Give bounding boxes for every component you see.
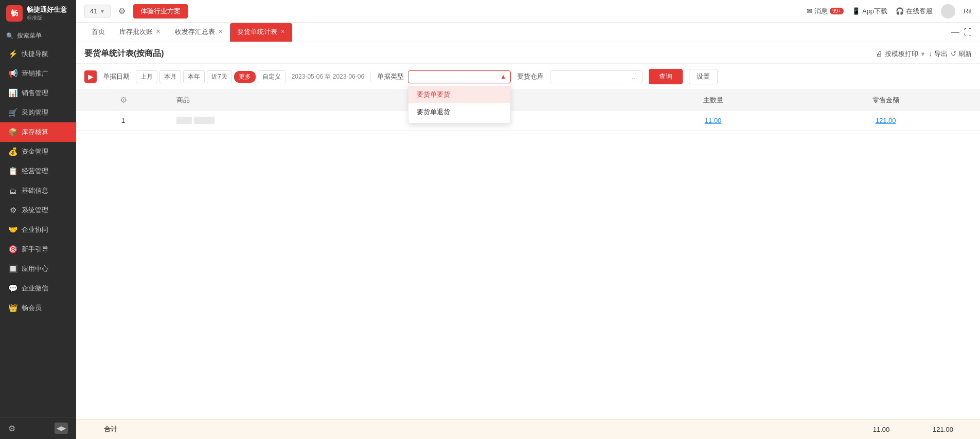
row-quantity[interactable]: 11.00 <box>635 111 791 131</box>
printer-icon: 🖨 <box>876 50 883 58</box>
sidebar-item-finance[interactable]: 💰资金管理 <box>0 142 76 161</box>
collapse-button[interactable]: ◀▶ <box>55 423 68 434</box>
col-quantity: 主数量 <box>635 90 791 111</box>
settings-icon[interactable]: ⚙ <box>8 424 15 433</box>
nav-label-inventory: 库存核算 <box>22 127 48 137</box>
preset-custom[interactable]: 自定义 <box>258 70 286 83</box>
tabs-controls: — ⛶ <box>951 28 972 37</box>
preset-last-month[interactable]: 上月 <box>136 70 157 83</box>
tab-receipt-summary[interactable]: 收发存汇总表 ✕ <box>168 23 230 42</box>
warehouse-dots[interactable]: … <box>631 73 638 81</box>
nav-icon-guide: 🎯 <box>8 245 17 254</box>
nav-label-finance: 资金管理 <box>22 147 48 156</box>
app-title-block: 畅捷通好生意 标准版 <box>27 5 67 22</box>
tab-batch-inventory[interactable]: 库存批次账 ✕ <box>112 23 168 42</box>
preset-7days[interactable]: 近7天 <box>207 70 232 83</box>
download-icon: 📱 <box>852 7 860 15</box>
col-settings[interactable]: ⚙ <box>76 90 170 111</box>
print-button[interactable]: 🖨 按模板打印 ▼ <box>876 49 926 59</box>
nav-label-enterprise: 企业协同 <box>22 225 48 234</box>
type-selector[interactable]: ▲ <box>408 70 511 83</box>
preset-this-month[interactable]: 本月 <box>159 70 181 83</box>
settings-button[interactable]: 设置 <box>689 69 718 84</box>
col-amount: 零售金额 <box>791 90 980 111</box>
nav-icon-enterprise: 🤝 <box>8 225 17 234</box>
app-logo: 畅 <box>6 5 23 22</box>
sidebar-search[interactable]: 🔍 搜索菜单 <box>0 27 76 44</box>
nav-icon-basic: 🗂 <box>8 187 17 195</box>
tab-minimize-icon[interactable]: — <box>951 28 959 37</box>
dropdown-item-order-return[interactable]: 要货单退货 <box>408 103 510 121</box>
user-avatar[interactable] <box>941 4 955 19</box>
tab-batch-inventory-label: 库存批次账 <box>119 27 153 36</box>
type-input[interactable] <box>413 73 500 81</box>
nav-label-purchase: 采购管理 <box>22 108 48 117</box>
sidebar-item-enterprise[interactable]: 🤝企业协同 <box>0 220 76 240</box>
product-tag1 <box>176 117 192 124</box>
sidebar-item-system[interactable]: ⚙系统管理 <box>0 200 76 220</box>
tab-order-summary-close[interactable]: ✕ <box>280 28 285 35</box>
app-download-item[interactable]: 📱 App下载 <box>852 7 887 16</box>
gear-button[interactable]: ⚙ <box>115 4 129 19</box>
sidebar-item-sales[interactable]: 📊销售管理 <box>0 83 76 103</box>
sidebar-item-basic[interactable]: 🗂基础信息 <box>0 181 76 200</box>
filter-bar: ▶ 单据日期 上月 本月 本年 近7天 更多 自定义 2023-05-06 至 … <box>76 64 980 90</box>
sidebar-item-inventory[interactable]: 📦库存核算 <box>0 122 76 142</box>
table-footer: 合计 11.00 121.00 <box>76 419 980 439</box>
store-dropdown-arrow: ▼ <box>99 8 105 14</box>
dropdown-item-order-purchase[interactable]: 要货单要货 <box>408 86 510 103</box>
topbar-right: ✉ 消息 99+ 📱 App下载 🎧 在线客服 Rit <box>807 4 972 19</box>
col-product: 商品 <box>170 90 414 111</box>
sidebar-item-operations[interactable]: 📋经营管理 <box>0 161 76 181</box>
sidebar-item-marketing[interactable]: 📢营销推广 <box>0 64 76 83</box>
sidebar-item-appstore[interactable]: 🔲应用中心 <box>0 259 76 279</box>
print-dropdown-arrow[interactable]: ▼ <box>920 51 926 57</box>
row-amount[interactable]: 121.00 <box>791 111 980 131</box>
nav-icon-wechat: 💬 <box>8 284 17 293</box>
preset-more[interactable]: 更多 <box>234 71 256 83</box>
page-title: 要货单统计表(按商品) <box>84 48 164 59</box>
nav-label-wechat: 企业微信 <box>22 284 48 293</box>
type-selector-close-icon[interactable]: ▲ <box>500 73 506 80</box>
preset-this-year[interactable]: 本年 <box>183 70 205 83</box>
refresh-icon: ↺ <box>951 50 956 58</box>
query-button[interactable]: 查询 <box>649 69 683 84</box>
print-label: 按模板打印 <box>885 49 918 59</box>
filter-expand-button[interactable]: ▶ <box>84 70 97 83</box>
export-button[interactable]: ↓ 导出 <box>929 49 948 59</box>
page-content: 要货单统计表(按商品) 🖨 按模板打印 ▼ ↓ 导出 ↺ 刷新 <box>76 42 980 439</box>
sidebar-item-wechat[interactable]: 💬企业微信 <box>0 279 76 298</box>
tab-batch-inventory-close[interactable]: ✕ <box>156 28 161 35</box>
sidebar-item-guide[interactable]: 🎯新手引导 <box>0 240 76 259</box>
product-name-cell <box>176 117 407 124</box>
messages-badge: 99+ <box>830 8 844 14</box>
tab-order-summary-label: 要货单统计表 <box>237 27 277 36</box>
expand-icon: ▶ <box>88 72 94 81</box>
row-seq: 1 <box>76 111 170 131</box>
tab-receipt-summary-close[interactable]: ✕ <box>218 28 223 35</box>
export-icon: ↓ <box>929 50 933 58</box>
sidebar-item-member[interactable]: 👑畅会员 <box>0 298 76 318</box>
store-selector[interactable]: 41 ▼ <box>84 5 111 17</box>
sidebar-item-quick-nav[interactable]: ⚡快捷导航 <box>0 44 76 64</box>
messages-label: 消息 <box>814 7 828 16</box>
collapse-icon: ◀▶ <box>57 425 66 432</box>
industry-button[interactable]: 体验行业方案 <box>133 4 188 19</box>
tab-receipt-summary-label: 收发存汇总表 <box>175 27 215 36</box>
nav-label-guide: 新手引导 <box>22 245 48 254</box>
warehouse-label: 要货仓库 <box>517 72 544 81</box>
messages-item[interactable]: ✉ 消息 99+ <box>807 7 844 16</box>
sidebar-header: 畅 畅捷通好生意 标准版 <box>0 0 76 27</box>
tab-home[interactable]: 首页 <box>84 23 112 42</box>
online-service-item[interactable]: 🎧 在线客服 <box>896 7 933 16</box>
nav-label-operations: 经营管理 <box>22 167 48 176</box>
refresh-button[interactable]: ↺ 刷新 <box>951 49 972 59</box>
nav-icon-finance: 💰 <box>8 147 17 156</box>
tab-expand-icon[interactable]: ⛶ <box>964 28 972 37</box>
data-table: ⚙ 商品 主计量单位 主数量 零售金额 1 <box>76 90 980 131</box>
warehouse-selector[interactable]: … <box>550 70 643 83</box>
sidebar-item-purchase[interactable]: 🛒采购管理 <box>0 103 76 122</box>
page-inner: 要货单统计表(按商品) 🖨 按模板打印 ▼ ↓ 导出 ↺ 刷新 <box>76 42 980 439</box>
topbar: 41 ▼ ⚙ 体验行业方案 ✉ 消息 99+ 📱 App下载 🎧 在线客服 Ri… <box>76 0 980 23</box>
tab-order-summary[interactable]: 要货单统计表 ✕ <box>230 23 292 42</box>
